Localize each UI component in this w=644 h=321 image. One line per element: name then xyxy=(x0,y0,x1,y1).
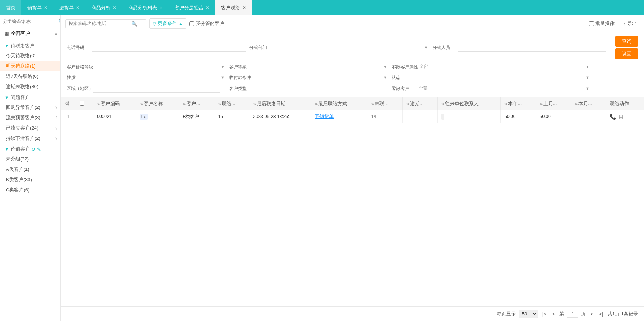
first-page-btn[interactable]: |< xyxy=(541,310,548,317)
footer: 每页显示 50 20 100 |< < 第 1 页 > >| 共1页 1条记录 xyxy=(61,306,644,321)
close-icon[interactable]: ✕ xyxy=(159,5,163,10)
sidebar-search-icon[interactable]: 🔍 xyxy=(58,18,61,24)
sidebar-all-customers[interactable]: ▦ 全部客户 « xyxy=(0,27,60,40)
page-size-select[interactable]: 50 20 100 xyxy=(519,310,538,318)
sidebar-search-input[interactable] xyxy=(3,19,58,24)
th-customer-type[interactable]: ⇅客户... xyxy=(179,97,214,110)
person-label: 分管人员 xyxy=(433,45,458,51)
more-dots-icon[interactable]: ··· xyxy=(222,86,226,92)
help-icon[interactable]: ? xyxy=(55,105,57,110)
th-overdue[interactable]: ⇅逾期... xyxy=(402,97,437,110)
close-icon[interactable]: ✕ xyxy=(242,5,246,10)
sidebar-section-value: ▼ 价值客户 ↻ ✎ xyxy=(0,144,60,154)
settings-btn[interactable]: 设置 xyxy=(615,48,638,59)
more-dots-icon[interactable]: ··· xyxy=(608,45,612,51)
nav-product-analysis-list[interactable]: 商品分析列表 ✕ xyxy=(122,0,169,15)
dept-label: 分管部门 xyxy=(249,45,275,51)
batch-checkbox[interactable] xyxy=(589,21,594,26)
page-label: 第 xyxy=(559,311,564,317)
nav-customer-tier[interactable]: 客户分层经营 ✕ xyxy=(169,0,215,15)
row-contact-person xyxy=(438,110,501,123)
sidebar-item-7days[interactable]: 近7天待联络(0) xyxy=(0,71,60,82)
more-filter-btn[interactable]: ▽ 更多条件 ▲ xyxy=(149,18,186,29)
my-customer-checkbox-label[interactable]: 我分管的客户 xyxy=(189,20,224,27)
customer-level-select[interactable]: ▼ xyxy=(255,63,389,70)
th-last-month[interactable]: ⇅上月... xyxy=(536,97,571,110)
grid-action-icon[interactable]: ▦ xyxy=(618,114,623,120)
customer-type-select[interactable] xyxy=(255,87,389,90)
sidebar-item-repurchase-anomaly[interactable]: 回购异常客户(2) ? xyxy=(0,102,60,113)
sidebar-item-overdue[interactable]: 逾期未联络(30) xyxy=(0,82,60,92)
search-submit-icon[interactable]: 🔍 xyxy=(131,21,137,27)
settings-gear-icon[interactable]: ⚙ xyxy=(64,100,70,107)
nav-sales-order[interactable]: 销货单 ✕ xyxy=(21,0,53,15)
th-uncontact[interactable]: ⇅未联... xyxy=(367,97,402,110)
th-contact-count[interactable]: ⇅联络... xyxy=(214,97,249,110)
nav-home[interactable]: 首页 xyxy=(0,0,21,15)
sidebar-item-class-a[interactable]: A类客户(1) xyxy=(0,164,60,175)
th-gear[interactable]: ⚙ xyxy=(61,97,76,110)
sort-icon: ⇅ xyxy=(540,102,543,106)
table-header-row: ⚙ ⇅客户编码 ⇅客户名称 ⇅客户... ⇅联络... ⇅最后联络日期 ⇅最后联… xyxy=(61,97,644,110)
sort-icon: ⇅ xyxy=(253,102,256,106)
search-input[interactable] xyxy=(69,21,131,26)
price-level-select[interactable]: ▼ xyxy=(93,63,226,70)
sidebar-item-class-b[interactable]: B类客户(33) xyxy=(0,175,60,185)
edit-icon[interactable]: ✎ xyxy=(37,146,41,152)
nav-customer-contact[interactable]: 客户联络 ✕ xyxy=(215,0,252,15)
nav-product-analysis[interactable]: 商品分析 ✕ xyxy=(85,0,122,15)
funnel-icon: ▽ xyxy=(153,21,156,27)
region-input[interactable] xyxy=(93,85,220,93)
sidebar-item-ungrouped[interactable]: 未分组(32) xyxy=(0,154,60,164)
triangle-icon: ▼ xyxy=(4,146,9,152)
sidebar-item-declining[interactable]: 持续下滑客户(2) ? xyxy=(0,133,60,144)
collapse-icon[interactable]: « xyxy=(55,31,57,37)
th-current-month[interactable]: ⇅本月... xyxy=(571,97,606,110)
help-icon[interactable]: ? xyxy=(55,136,57,141)
th-code[interactable]: ⇅客户编码 xyxy=(93,97,136,110)
prev-page-btn[interactable]: < xyxy=(551,310,557,317)
sidebar-item-tomorrow[interactable]: 明天待联络(1) xyxy=(0,61,60,71)
retail-attr-select[interactable]: 全部 ▼ xyxy=(418,62,591,71)
filter-panel: 电话号码 分管部门 ▼ 分管人员 ··· 查询 设置 xyxy=(61,32,644,97)
next-page-btn[interactable]: > xyxy=(589,310,595,317)
th-name[interactable]: ⇅客户名称 xyxy=(136,97,179,110)
help-icon[interactable]: ? xyxy=(55,115,57,120)
th-current-year[interactable]: ⇅本年... xyxy=(501,97,536,110)
th-last-contact-method[interactable]: ⇅最后联络方式 xyxy=(311,97,367,110)
page-size-label: 每页显示 xyxy=(497,311,516,317)
batch-ops-btn[interactable]: 批量操作 xyxy=(586,19,617,28)
last-page-btn[interactable]: >| xyxy=(598,310,605,317)
payment-select[interactable]: ▼ xyxy=(255,74,389,81)
customer-level-label: 客户等级 xyxy=(229,64,255,70)
th-last-contact-date[interactable]: ⇅最后联络日期 xyxy=(249,97,311,110)
nature-select[interactable]: ▼ xyxy=(92,74,226,81)
refresh-icon[interactable]: ↻ xyxy=(31,146,35,152)
nav-purchase-order[interactable]: 进货单 ✕ xyxy=(53,0,85,15)
close-icon[interactable]: ✕ xyxy=(206,5,209,10)
status-select[interactable]: ▼ xyxy=(417,74,591,81)
row-last-contact-date: 2023-05-23 18:25: xyxy=(249,110,311,123)
chevron-down-icon: ▼ xyxy=(383,65,387,69)
sidebar-item-churned[interactable]: 已流失客户(24) ? xyxy=(0,123,60,133)
person-input[interactable] xyxy=(458,44,607,52)
phone-icon[interactable]: 📞 xyxy=(610,114,616,120)
close-icon[interactable]: ✕ xyxy=(44,5,48,10)
sidebar-item-today[interactable]: 今天待联络(0) xyxy=(0,51,60,61)
phone-input[interactable] xyxy=(92,44,246,52)
help-icon[interactable]: ? xyxy=(55,126,57,130)
query-btn[interactable]: 查询 xyxy=(615,36,638,47)
dept-select[interactable]: ▼ xyxy=(275,44,429,51)
th-contact-person[interactable]: ⇅往来单位联系人 xyxy=(438,97,501,110)
contact-method-link[interactable]: 下销货单 xyxy=(315,114,334,119)
retail-customer-select[interactable]: 全部 ▼ xyxy=(417,84,591,93)
close-icon[interactable]: ✕ xyxy=(113,5,116,10)
sidebar-item-churn-warning[interactable]: 流失预警客户(3) ? xyxy=(0,113,60,123)
toolbar: 🔍 ▽ 更多条件 ▲ 我分管的客户 批量操作 ↑ 导出 xyxy=(61,15,644,32)
select-all-checkbox[interactable] xyxy=(80,101,84,106)
row-checkbox[interactable] xyxy=(80,114,84,118)
close-icon[interactable]: ✕ xyxy=(76,5,80,10)
sidebar-item-class-c[interactable]: C类客户(6) xyxy=(0,185,60,195)
export-btn[interactable]: ↑ 导出 xyxy=(620,19,640,28)
my-customer-checkbox[interactable] xyxy=(189,21,194,26)
